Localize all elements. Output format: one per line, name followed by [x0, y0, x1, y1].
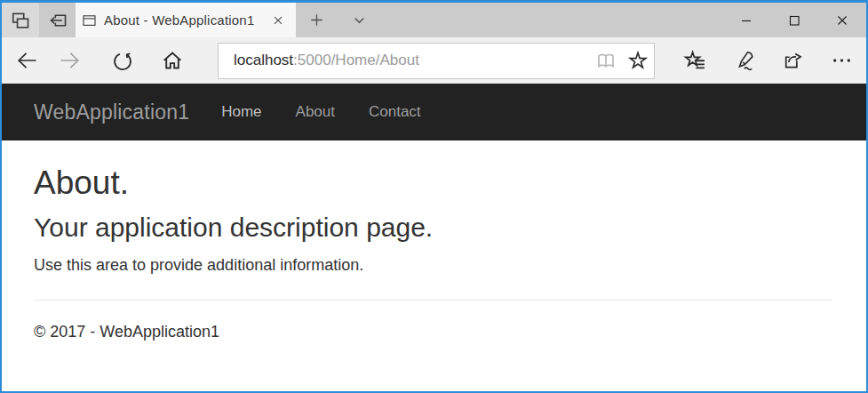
back-arrow-icon	[15, 49, 39, 72]
url-host: localhost	[234, 52, 293, 68]
page-title: About.	[34, 164, 832, 201]
page-viewport: WebApplication1 Home About Contact About…	[2, 84, 866, 391]
page-subtitle: Your application description page.	[34, 213, 832, 243]
minimize-icon	[739, 13, 753, 28]
home-icon	[161, 49, 184, 72]
tab-title: About - WebApplication1	[104, 12, 260, 28]
pen-icon	[732, 49, 756, 72]
ellipsis-icon	[830, 49, 854, 72]
minimize-button[interactable]	[722, 3, 770, 37]
address-bar[interactable]: localhost:5000/Home/About	[218, 43, 655, 79]
book-icon	[595, 51, 617, 70]
set-aside-arrow-icon	[48, 12, 68, 29]
nav-link-contact[interactable]: Contact	[352, 103, 438, 121]
nav-link-home[interactable]: Home	[204, 103, 278, 121]
titlebar: About - WebApplication1	[2, 3, 866, 37]
back-button[interactable]	[5, 41, 48, 80]
url-text: localhost:5000/Home/About	[234, 52, 419, 69]
set-tabs-aside-button[interactable]	[39, 3, 76, 37]
navbar-brand[interactable]: WebApplication1	[34, 100, 189, 124]
window-close-button[interactable]	[818, 3, 866, 37]
page-footer: © 2017 - WebApplication1	[2, 300, 866, 341]
home-button[interactable]	[151, 41, 194, 80]
close-icon	[835, 13, 849, 28]
tabs-set-aside-button[interactable]	[2, 3, 39, 37]
star-icon	[626, 50, 649, 72]
maximize-button[interactable]	[770, 3, 818, 37]
tab-close-button[interactable]	[267, 10, 289, 31]
copyright-text: © 2017 - WebApplication1	[34, 323, 832, 341]
toolbar-right-icons	[671, 40, 866, 81]
page-content: About. Your application description page…	[2, 140, 866, 277]
refresh-icon	[111, 49, 134, 72]
hub-button[interactable]	[671, 40, 720, 81]
more-options-button[interactable]	[817, 40, 866, 81]
browser-toolbar: localhost:5000/Home/About	[2, 37, 866, 84]
add-favorite-button[interactable]	[622, 44, 654, 77]
share-button[interactable]	[768, 40, 817, 81]
site-navbar: WebApplication1 Home About Contact	[2, 84, 866, 140]
page-favicon-icon	[82, 13, 97, 28]
reading-view-button[interactable]	[590, 44, 622, 77]
refresh-button[interactable]	[101, 41, 144, 80]
forward-arrow-icon	[58, 49, 82, 72]
maximize-icon	[787, 13, 801, 28]
hub-star-list-icon	[683, 49, 707, 72]
footer-divider	[34, 300, 832, 301]
new-tab-button[interactable]	[296, 3, 337, 37]
browser-window: About - WebApplication1	[0, 0, 868, 393]
url-path: :5000/Home/About	[293, 52, 419, 68]
nav-link-about[interactable]: About	[279, 103, 352, 121]
browser-tab[interactable]: About - WebApplication1	[76, 3, 296, 37]
chevron-down-icon	[352, 14, 367, 27]
titlebar-drag-area	[381, 3, 722, 37]
share-icon	[781, 49, 805, 72]
navbar-links: Home About Contact	[204, 103, 437, 121]
close-icon	[272, 14, 284, 27]
tab-preview-toggle-button[interactable]	[337, 3, 381, 37]
tabs-preview-icon	[11, 12, 30, 29]
web-notes-button[interactable]	[720, 40, 768, 81]
forward-button[interactable]	[48, 41, 91, 80]
page-description: Use this area to provide additional info…	[34, 254, 832, 277]
plus-icon	[309, 12, 324, 28]
